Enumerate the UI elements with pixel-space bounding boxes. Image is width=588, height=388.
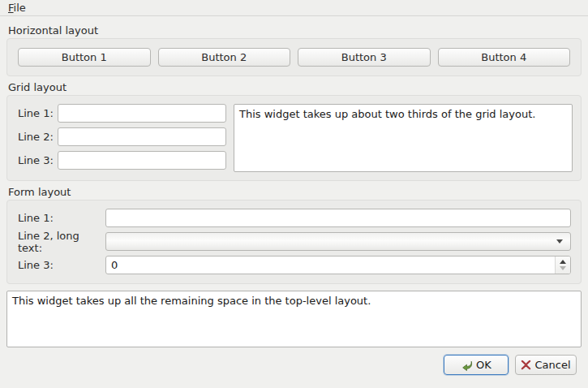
form-line1-label: Line 1:	[18, 212, 104, 224]
form-line1-input[interactable]	[105, 209, 571, 227]
form-line3-label: Line 3:	[18, 259, 104, 271]
form-line2-combobox[interactable]	[105, 232, 571, 251]
grid-line1-label: Line 1:	[18, 107, 54, 119]
ok-button[interactable]: OK	[444, 355, 509, 375]
grid-line2-input[interactable]	[58, 127, 226, 146]
form-line2-label: Line 2, long text:	[18, 230, 104, 254]
chevron-down-icon	[556, 239, 563, 244]
horizontal-layout-group: Button 1 Button 2 Button 3 Button 4	[6, 38, 582, 76]
cancel-button[interactable]: Cancel	[515, 355, 577, 375]
menu-bar: File	[0, 0, 588, 16]
form-line3-spinbox[interactable]	[105, 256, 571, 274]
form-layout-title: Form layout	[8, 186, 582, 198]
form-layout-group: Line 1: Line 2, long text: Line 3:	[6, 200, 582, 284]
cancel-button-label: Cancel	[534, 359, 570, 371]
menu-file-rest: ile	[14, 2, 26, 14]
horizontal-layout-title: Horizontal layout	[8, 24, 582, 37]
button-4[interactable]: Button 4	[438, 48, 571, 67]
spin-up-icon[interactable]	[560, 260, 566, 264]
dialog-button-row: OK Cancel	[6, 347, 582, 382]
menu-file[interactable]: File	[0, 1, 32, 15]
grid-line2-label: Line 2:	[18, 131, 54, 143]
grid-layout-title: Grid layout	[8, 81, 582, 93]
ok-button-label: OK	[476, 359, 491, 371]
button-2[interactable]: Button 2	[158, 48, 291, 67]
grid-textedit[interactable]: This widget takes up about two thirds of…	[234, 104, 573, 172]
spinbox-value-input[interactable]	[106, 257, 555, 274]
dialog-body: Horizontal layout Button 1 Button 2 Butt…	[0, 16, 588, 388]
grid-left-column: Line 1: Line 2: Line 3:	[18, 104, 226, 171]
spinbox-stepper[interactable]	[555, 257, 570, 274]
button-3[interactable]: Button 3	[298, 48, 431, 67]
grid-layout-group: Line 1: Line 2: Line 3: This widget take…	[6, 95, 582, 181]
button-1[interactable]: Button 1	[18, 48, 151, 67]
grid-line1-input[interactable]	[58, 104, 226, 123]
grid-line3-input[interactable]	[58, 151, 226, 170]
spin-down-icon[interactable]	[560, 266, 566, 270]
ok-arrow-icon	[461, 360, 473, 371]
grid-line3-label: Line 3:	[18, 154, 54, 166]
bottom-textedit[interactable]: This widget takes up all the remaining s…	[6, 291, 582, 347]
cancel-x-icon	[521, 360, 531, 370]
